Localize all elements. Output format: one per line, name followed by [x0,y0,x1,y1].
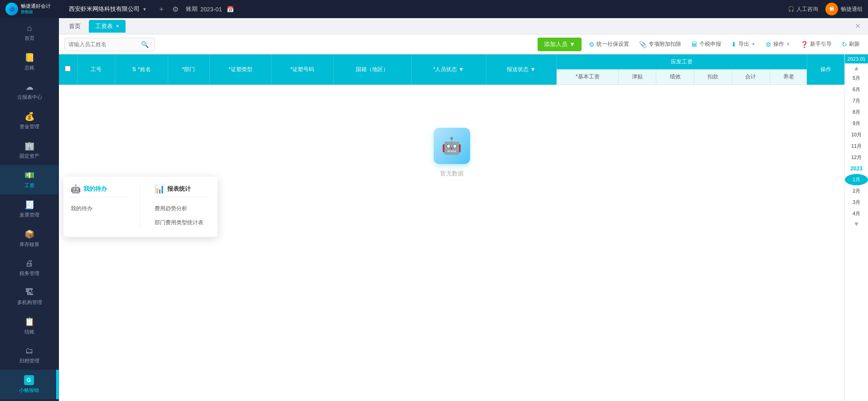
xiaochang-icon: G [24,375,34,385]
filter-icon-report[interactable]: ▼ [530,66,536,72]
support-label: 人工咨询 [796,5,818,13]
month-item-jun[interactable]: 6月 [845,84,868,95]
sort-icon-name[interactable]: ⇅ [132,66,136,72]
logo-area: 🔵 畅捷通好会计 旗舰版 [5,3,60,15]
tab-close-icon[interactable]: ✕ [116,24,119,29]
sidebar-item-fixed-assets[interactable]: 🏢 固定资产 [0,135,59,165]
search-input[interactable] [68,41,141,48]
filter-icon-person[interactable]: ▼ [459,66,464,72]
tab-salary[interactable]: 工资表 ✕ [89,20,126,33]
new-guide-label: 新手引导 [810,40,832,48]
tab-home[interactable]: 首页 [63,20,87,33]
user-area[interactable]: 畅 畅捷通组 [825,3,863,15]
special-deduction-btn[interactable]: 📎 专项附加扣除 [636,39,684,50]
support-button[interactable]: 🎧 人工咨询 [788,5,818,13]
sidebar-item-multi-org[interactable]: 🏗 多机构管理 [0,282,59,311]
user-initials: 畅 [829,6,834,12]
home-icon: ⌂ [27,24,32,33]
sidebar-item-cloud-report[interactable]: ☁ 云报表中心 [0,77,59,106]
tab-bar: 首页 工资表 ✕ ✕ [59,18,868,34]
th-number: 工号 [77,54,115,85]
month-nav-up[interactable]: ▲ [845,63,868,72]
company-selector[interactable]: 西安虾米网络科技有限公司 ▼ [65,3,150,15]
sidebar-label-assets: 固定资产 [19,153,39,159]
header-actions: ＋ ⚙ [156,3,180,16]
month-item-jan-active[interactable]: 1月 [845,174,868,185]
select-all-checkbox[interactable] [65,66,71,72]
sidebar-item-inventory[interactable]: 📦 库存核算 [0,224,59,253]
month-panel-header: 2023.01 [845,54,868,63]
sidebar-item-salary[interactable]: 💵 工资 [0,165,59,194]
dropdown-item-dept-expense[interactable]: 部门费用类型统计表 [155,216,211,230]
month-item-sep[interactable]: 9月 [845,118,868,129]
company-dropdown-icon: ▼ [142,7,147,12]
logo-text-block: 畅捷通好会计 旗舰版 [21,3,51,15]
month-item-nov[interactable]: 11月 [845,140,868,152]
month-item-jul[interactable]: 7月 [845,95,868,106]
refresh-btn[interactable]: ↻ 刷新 [839,39,863,50]
social-security-icon: ⚙ [589,41,595,48]
sidebar-label-ledger: 总账 [24,64,34,71]
dropdown-section: 🤖 我的待办 我的待办 📊 报表统计 费用趋势分析 部门费用类型统计表 [71,184,210,230]
special-deduction-label: 专项附加扣除 [649,40,681,48]
expense-trend-label: 费用趋势分析 [155,205,187,212]
export-icon: ⬇ [731,41,737,48]
month-item-aug[interactable]: 8月 [845,106,868,118]
dropdown-item-my-todo[interactable]: 我的待办 [71,202,127,216]
sidebar-item-general-ledger[interactable]: 📒 总账 [0,47,59,77]
dropdown-item-expense-trend[interactable]: 费用趋势分析 [155,202,211,216]
settings-icon[interactable]: ⚙ [170,3,180,15]
export-btn[interactable]: ⬇ 导出 ▼ [728,39,758,50]
window-close-icon[interactable]: ✕ [851,20,864,32]
th-basic-wages: *基本工资 [557,69,618,85]
add-person-button[interactable]: 添加人员 ▼ [538,38,582,51]
new-guide-icon: ❓ [800,41,808,48]
month-item-dec[interactable]: 12月 [845,152,868,163]
sidebar-item-fund[interactable]: 💰 资金管理 [0,106,59,135]
sidebar-item-settle[interactable]: 📋 结账 [0,311,59,341]
new-guide-btn[interactable]: ❓ 新手引导 [798,39,834,50]
refresh-label: 刷新 [849,40,860,48]
export-label: 导出 [738,40,749,48]
th-total: 合计 [732,69,770,85]
month-item-apr[interactable]: 4月 [845,208,868,219]
th-pension: 养老 [770,69,807,85]
sidebar-item-tax[interactable]: 🖨 税务管理 [0,253,59,282]
month-item-may[interactable]: 5月 [845,72,868,84]
sidebar-item-basic-settings[interactable]: ⚙ 基础设置 [0,399,59,401]
archive-icon: 🗂 [25,346,34,356]
month-item-feb[interactable]: 2月 [845,185,868,197]
month-item-mar[interactable]: 3月 [845,197,868,208]
personal-tax-btn[interactable]: 🏛 个税申报 [689,39,724,50]
sidebar-item-archive[interactable]: 🗂 归档管理 [0,341,59,370]
tab-home-label: 首页 [69,22,81,30]
sidebar-item-home[interactable]: ⌂ 首页 [0,18,59,47]
report-col-icon: 📊 [155,184,165,194]
top-right: 🎧 人工咨询 畅 畅捷通组 [788,3,863,15]
empty-robot-icon [434,128,470,164]
toolbar: 🔍 添加人员 ▼ ⚙ 统一社保设置 📎 专项附加扣除 🏛 个税申报 ⬇ 导 [59,34,868,54]
sidebar-item-invoice[interactable]: 🧾 发票管理 [0,194,59,224]
report-col-title: 报表统计 [167,185,191,193]
empty-text: 暂无数据 [440,169,464,178]
social-security-btn[interactable]: ⚙ 统一社保设置 [586,39,632,50]
month-nav-down[interactable]: ▼ [845,219,868,228]
dropdown-col-report-header: 📊 报表统计 [155,184,211,197]
tax-icon: 🖨 [25,259,34,268]
dropdown-divider [141,184,141,230]
th-performance: 绩效 [656,69,694,85]
export-dropdown-icon: ▼ [751,42,756,47]
operations-btn[interactable]: ⚙ 操作 ▼ [763,39,793,50]
user-name: 畅捷通组 [841,5,863,13]
operations-dropdown-icon: ▼ [786,42,790,47]
calendar-icon[interactable]: 📅 [225,4,236,14]
app-logo: 🔵 [5,3,18,15]
period-label: 账期 [186,5,198,13]
month-item-oct[interactable]: 10月 [845,129,868,140]
add-icon[interactable]: ＋ [156,3,167,16]
sidebar-item-xiaochang[interactable]: G 小畅报销 [0,370,59,399]
my-todo-label: 我的待办 [71,205,92,212]
todo-col-title: 我的待办 [83,185,107,193]
search-wrap: 🔍 [64,38,155,51]
th-report-status: 报送状态 ▼ [486,54,557,85]
